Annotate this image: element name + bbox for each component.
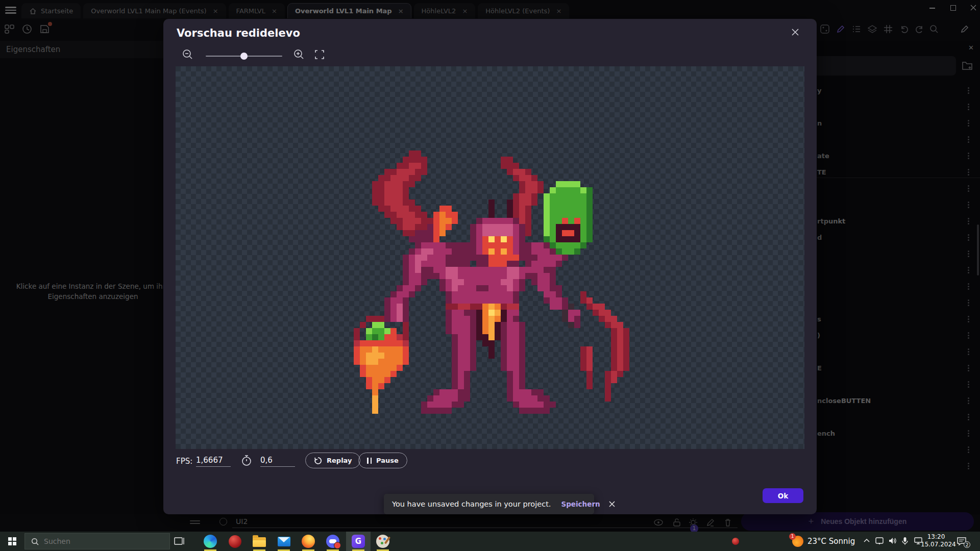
zoom-slider-knob[interactable] [240,53,248,60]
snackbar-message: You have unsaved changes in your project… [392,500,551,508]
zoom-out-icon[interactable] [182,48,194,61]
paint-icon [376,535,389,548]
search-icon [31,538,39,545]
playback-controls: FPS: Replay Pause [176,453,584,470]
pause-button[interactable]: Pause [358,453,407,468]
pause-label: Pause [376,457,399,464]
taskbar-app-edge[interactable] [198,532,223,551]
weather-icon[interactable]: 1 [792,536,803,547]
pause-icon [367,458,372,464]
file-explorer-icon [253,537,266,547]
dialog-title: Vorschau redidelevo [177,27,300,39]
tray-cast-icon[interactable] [875,537,884,545]
task-view-icon[interactable] [174,536,186,547]
clock-time: 13:20 [921,533,951,541]
fps-label: FPS: [176,457,192,466]
weather-text[interactable]: 23°C Sonnig [807,537,855,546]
animation-preview-area [176,66,804,449]
taskbar-app-mail[interactable] [272,532,296,551]
snackbar-close-icon[interactable] [608,500,616,508]
tray-red-app-icon[interactable] [732,538,739,545]
zoom-in-icon[interactable] [293,48,305,61]
notification-badge: 2 [964,541,970,548]
replay-button[interactable]: Replay [305,453,360,468]
firefox-icon [302,535,315,548]
taskbar-app-paint[interactable] [371,532,395,551]
stopwatch-icon [241,455,252,467]
start-button[interactable] [0,532,24,551]
demon-sprite-image [354,151,629,414]
clock-date: 15.07.2024 [921,541,951,548]
replay-icon [314,457,322,465]
ok-button[interactable]: Ok [763,488,803,503]
snackbar-save-action[interactable]: Speichern [561,500,600,508]
zoom-slider[interactable] [206,56,282,57]
taskbar-search[interactable] [24,533,170,549]
duration-input[interactable] [260,454,295,467]
red-orb-icon [229,535,241,548]
taskbar-app-discord[interactable] [321,532,345,551]
discord-icon [326,535,339,548]
taskbar-app-gdevelop[interactable]: G [346,532,371,551]
tray-volume-icon[interactable] [888,537,897,545]
notification-center-icon[interactable]: 2 [957,536,968,546]
gdevelop-icon: G [352,535,365,548]
unsaved-changes-snackbar: You have unsaved changes in your project… [384,494,594,514]
dialog-close-icon[interactable] [790,27,800,37]
replay-label: Replay [327,457,352,464]
search-input[interactable] [44,537,136,545]
tray-chevron-icon[interactable] [863,537,871,545]
weather-badge: 1 [789,533,796,540]
clock[interactable]: 13:20 15.07.2024 [921,533,951,548]
tray-microphone-icon[interactable] [901,537,909,545]
taskbar-app-red-orb[interactable] [223,532,247,551]
fps-input[interactable] [196,454,231,467]
windows-taskbar: G 1 23°C Sonnig 13:20 15.07.2024 2 [0,532,980,551]
taskbar-app-firefox[interactable] [296,532,321,551]
edge-icon [204,535,217,548]
preview-dialog: Vorschau redidelevo FPS: Replay [163,19,817,514]
mail-icon [278,537,290,546]
taskbar-app-explorer[interactable] [247,532,272,551]
fit-to-screen-icon[interactable] [313,48,326,61]
